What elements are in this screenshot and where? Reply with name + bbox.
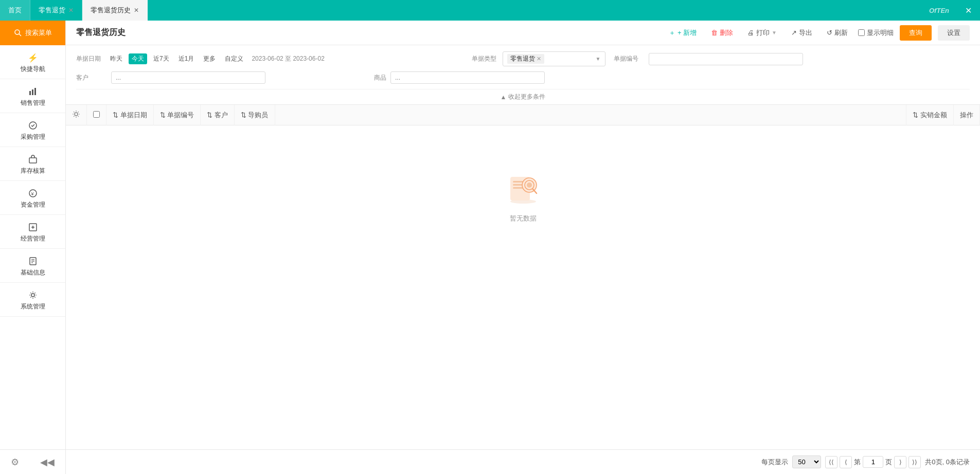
per-page-label: 每页显示 xyxy=(761,458,788,467)
print-icon: 🖨 xyxy=(747,29,754,37)
date-1month-btn[interactable]: 近1月 xyxy=(175,53,198,64)
print-label: 打印 xyxy=(756,28,770,38)
sidebar-item-sales[interactable]: 销售管理 xyxy=(0,79,65,113)
table-head: ⇅ 单据日期 ⇅ 单据编号 ⇅ 客户 ⇅ 导购员 ⇅ xyxy=(66,105,980,125)
delete-label: 删除 xyxy=(720,28,733,38)
operations-label: 经营管理 xyxy=(21,234,45,243)
type-tag: 零售退货 ✕ xyxy=(507,54,544,64)
svg-point-16 xyxy=(31,294,34,297)
select-all-checkbox[interactable] xyxy=(93,111,100,118)
type-tag-close[interactable]: ✕ xyxy=(537,56,541,62)
query-button[interactable]: 查询 xyxy=(900,25,932,41)
th-amount[interactable]: ⇅ 实销金额 xyxy=(906,105,954,125)
basic-info-icon xyxy=(28,256,38,266)
tab-retail-return-history-close[interactable]: ✕ xyxy=(134,7,139,13)
inventory-label: 库存核算 xyxy=(21,167,45,175)
sidebar-item-quick-nav[interactable]: ⚡ 快捷导航 xyxy=(0,45,65,79)
show-detail-checkbox[interactable] xyxy=(858,29,865,36)
sales-label: 销售管理 xyxy=(21,99,45,107)
collapse-icon: ▲ xyxy=(501,94,507,101)
print-button[interactable]: 🖨 打印 ▼ xyxy=(743,26,781,40)
svg-rect-6 xyxy=(29,158,37,163)
date-yesterday-btn[interactable]: 昨天 xyxy=(107,53,126,64)
sales-icon xyxy=(28,86,38,97)
type-filter-select[interactable]: 零售退货 ✕ ▼ xyxy=(503,51,605,66)
date-custom-btn[interactable]: 自定义 xyxy=(222,53,246,64)
sidebar-item-inventory[interactable]: 库存核算 xyxy=(0,147,65,181)
customer-filter-label: 客户 xyxy=(76,74,107,82)
collapse-sidebar-icon[interactable]: ◀◀ xyxy=(40,457,55,468)
show-detail-checkbox-group: 显示明细 xyxy=(858,28,894,38)
th-settings[interactable] xyxy=(66,105,87,125)
basic-info-label: 基础信息 xyxy=(21,268,45,277)
date-today-btn[interactable]: 今天 xyxy=(129,53,147,64)
empty-area: 暂无数据 xyxy=(66,125,980,264)
export-button[interactable]: ↗ 导出 xyxy=(787,26,816,40)
date-filter-label: 单据日期 xyxy=(76,54,107,63)
sidebar-item-system[interactable]: 系统管理 xyxy=(0,283,65,317)
prev-page-btn[interactable]: ⟨ xyxy=(840,456,852,468)
type-tag-label: 零售退货 xyxy=(510,54,535,63)
finance-icon: ¥ xyxy=(28,188,38,198)
customer-filter-input[interactable] xyxy=(111,71,265,84)
sidebar-item-basic-info[interactable]: 基础信息 xyxy=(0,249,65,283)
add-label: + 新增 xyxy=(678,28,697,38)
page-input[interactable] xyxy=(863,456,883,468)
number-filter-input[interactable] xyxy=(649,53,803,65)
brand-label: OfTEn xyxy=(929,7,949,14)
table-area: ⇅ 单据日期 ⇅ 单据编号 ⇅ 客户 ⇅ 导购员 ⇅ xyxy=(66,105,980,449)
filter-row-2: 客户 商品 xyxy=(76,71,970,84)
sidebar-search-button[interactable]: 搜索菜单 xyxy=(0,21,65,45)
th-number[interactable]: ⇅ 单据编号 xyxy=(153,105,201,125)
date-7days-btn[interactable]: 近7天 xyxy=(150,53,172,64)
tab-retail-return-history[interactable]: 零售退货历史 ✕ xyxy=(82,0,148,21)
page-title: 零售退货历史 xyxy=(76,27,126,38)
inventory-icon xyxy=(28,154,38,165)
window-close-button[interactable]: ✕ xyxy=(957,0,980,21)
th-date[interactable]: ⇅ 单据日期 xyxy=(106,105,154,125)
tab-retail-return[interactable]: 零售退货 ✕ xyxy=(30,0,82,21)
settings-button[interactable]: 设置 xyxy=(938,25,970,41)
per-page-select[interactable]: 10 20 50 100 xyxy=(792,455,821,468)
goods-filter-input[interactable] xyxy=(390,71,545,84)
last-page-btn[interactable]: ⟩⟩ xyxy=(908,456,921,468)
operations-icon xyxy=(28,222,38,232)
goods-filter-label: 商品 xyxy=(374,74,386,82)
sidebar-item-finance[interactable]: ¥ 资金管理 xyxy=(0,181,65,215)
page-label: 第 xyxy=(854,458,861,467)
number-filter-label: 单据编号 xyxy=(614,54,645,63)
empty-text: 暂无数据 xyxy=(510,214,537,223)
quick-nav-label: 快捷导航 xyxy=(21,65,45,74)
svg-rect-21 xyxy=(513,184,523,186)
type-select-arrow: ▼ xyxy=(596,56,601,62)
next-page-btn[interactable]: ⟩ xyxy=(894,456,906,468)
first-page-btn[interactable]: ⟨⟨ xyxy=(825,456,838,468)
purchase-icon xyxy=(28,120,38,131)
collapse-bar[interactable]: ▲ 收起更多条件 xyxy=(76,89,970,104)
data-table: ⇅ 单据日期 ⇅ 单据编号 ⇅ 客户 ⇅ 导购员 ⇅ xyxy=(66,105,980,125)
collapse-label: 收起更多条件 xyxy=(508,93,545,101)
content-area: 零售退货历史 ＋ + 新增 🗑 删除 🖨 打印 ▼ ↗ 导出 xyxy=(66,21,980,474)
tab-retail-return-close[interactable]: ✕ xyxy=(68,7,74,13)
th-checkbox[interactable] xyxy=(87,105,106,125)
sidebar-bottom: ⚙ ◀◀ xyxy=(0,449,65,474)
sidebar-item-purchase[interactable]: 采购管理 xyxy=(0,113,65,147)
th-customer-label: ⇅ 客户 xyxy=(207,111,228,119)
pagination-total: 共0页, 0条记录 xyxy=(925,458,970,467)
sidebar-item-operations[interactable]: 经营管理 xyxy=(0,215,65,249)
th-date-label: ⇅ 单据日期 xyxy=(113,111,147,119)
settings-bottom-icon[interactable]: ⚙ xyxy=(11,457,19,468)
date-more-btn[interactable]: 更多 xyxy=(200,53,219,64)
th-customer[interactable]: ⇅ 客户 xyxy=(201,105,235,125)
refresh-button[interactable]: ↺ 刷新 xyxy=(823,26,852,40)
th-guide[interactable]: ⇅ 导购员 xyxy=(234,105,275,125)
svg-text:¥: ¥ xyxy=(30,191,34,196)
add-button[interactable]: ＋ + 新增 xyxy=(665,26,701,40)
th-guide-label: ⇅ 导购员 xyxy=(241,111,269,119)
goods-filter-group: 商品 xyxy=(374,71,672,84)
date-filter-group: 昨天 今天 近7天 近1月 更多 自定义 2023-06-02 至 2023-0… xyxy=(107,53,472,64)
delete-button[interactable]: 🗑 删除 xyxy=(707,26,737,40)
page-header: 零售退货历史 ＋ + 新增 🗑 删除 🖨 打印 ▼ ↗ 导出 xyxy=(66,21,980,45)
tab-home[interactable]: 首页 xyxy=(0,0,30,21)
column-settings-icon xyxy=(72,110,80,118)
